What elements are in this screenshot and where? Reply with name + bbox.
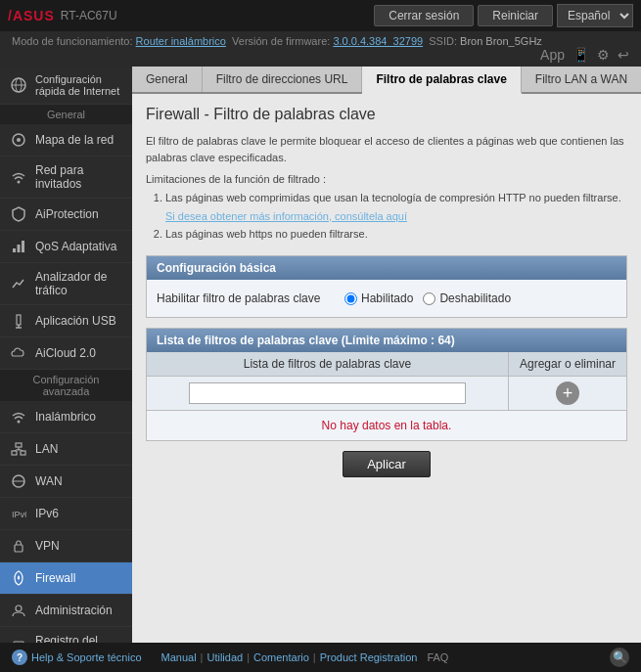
globe-icon <box>10 76 27 94</box>
sidebar-label-traffic: Analizador de tráfico <box>35 270 122 297</box>
svg-point-12 <box>18 421 21 424</box>
fw-value[interactable]: 3.0.0.4.384_32799 <box>333 35 423 47</box>
filter-list-header: Lista de filtros de palabras clave (Lími… <box>147 329 626 352</box>
mode-value[interactable]: Router inalámbrico <box>136 35 226 47</box>
tab-general[interactable]: General <box>132 67 203 92</box>
filter-keyword-input[interactable] <box>189 382 465 404</box>
help-icon: ? <box>12 650 27 665</box>
apply-button[interactable]: Aplicar <box>343 451 431 477</box>
svg-rect-24 <box>14 642 23 643</box>
sidebar-item-usb[interactable]: Aplicación USB <box>0 305 132 337</box>
footer: ? Help & Soporte técnico Manual | Utilid… <box>0 643 641 672</box>
sidebar-section-adv: Configuración avanzada <box>0 370 132 401</box>
sidebar-label-quick-internet: Configuración rápida de Internet <box>35 73 122 97</box>
map-icon <box>10 131 27 149</box>
limitation-2: Las páginas web https no pueden filtrars… <box>165 225 627 244</box>
basic-config-header: Configuración básica <box>147 256 626 280</box>
radio-enabled[interactable] <box>344 292 357 305</box>
svg-point-23 <box>16 605 22 611</box>
sidebar-label-ipv6: IPv6 <box>35 507 59 520</box>
sidebar-item-ipv6[interactable]: IPv6 IPv6 <box>0 498 132 530</box>
sidebar-item-syslog[interactable]: Registro del sistema <box>0 627 132 643</box>
add-filter-button[interactable]: + <box>556 381 579 405</box>
svg-rect-15 <box>21 451 25 455</box>
restart-button[interactable]: Reiniciar <box>478 5 553 26</box>
filter-list-cols: Lista de filtros de palabras clave Agreg… <box>147 352 626 377</box>
sidebar-label-wan: WAN <box>35 474 63 488</box>
limitations-list: Las páginas web comprimidas que usan la … <box>146 189 627 244</box>
settings-icon[interactable]: ⚙ <box>597 47 610 63</box>
usb-icon <box>10 312 27 330</box>
more-info-link[interactable]: Si desea obtener más información, consúl… <box>165 210 407 222</box>
admin-icon <box>10 602 27 619</box>
language-select[interactable]: Español <box>557 4 633 27</box>
sidebar-item-quick-internet[interactable]: Configuración rápida de Internet <box>0 67 132 105</box>
filter-input-cell <box>147 377 509 410</box>
sidebar-item-aicloud[interactable]: AiCloud 2.0 <box>0 337 132 370</box>
logo-model: RT-AC67U <box>61 9 117 22</box>
filter-enable-label: Habilitar filtro de palabras clave <box>157 291 333 305</box>
sidebar-item-vpn[interactable]: VPN <box>0 530 132 562</box>
sidebar-label-guest-network: Red para invitados <box>35 163 122 191</box>
radio-group: Habilitado Deshabilitado <box>344 291 511 305</box>
fw-label: Versión de firmware: <box>232 35 330 47</box>
sidebar-item-firewall[interactable]: Firewall <box>0 562 132 595</box>
radio-enabled-label[interactable]: Habilitado <box>344 291 413 305</box>
sidebar-label-qos: QoS Adaptativa <box>35 240 116 253</box>
svg-rect-22 <box>15 545 23 552</box>
filter-enable-row: Habilitar filtro de palabras clave Habil… <box>157 288 617 309</box>
top-bar: /ASUS RT-AC67U Cerrar sesión Reiniciar E… <box>0 0 641 31</box>
tab-url-filter[interactable]: Filtro de direcciones URL <box>203 67 363 92</box>
top-buttons: Cerrar sesión Reiniciar Español <box>374 4 633 27</box>
sidebar-label-network-map: Mapa de la red <box>35 133 114 147</box>
page-content: Firewall - Filtro de palabras clave El f… <box>132 94 641 643</box>
ssid-value: Bron Bron_5GHz <box>460 35 542 47</box>
svg-rect-13 <box>16 443 22 447</box>
wan-icon <box>10 472 27 490</box>
filter-list-section: Lista de filtros de palabras clave (Lími… <box>146 328 627 441</box>
sidebar-item-aiprotection[interactable]: AiProtection <box>0 199 132 231</box>
radio-disabled-label[interactable]: Deshabilitado <box>423 291 511 305</box>
tab-lan-wan[interactable]: Filtro LAN a WAN <box>522 67 641 92</box>
sidebar-label-syslog: Registro del sistema <box>35 634 122 643</box>
sidebar-label-firewall: Firewall <box>35 571 75 585</box>
firewall-icon <box>10 569 27 587</box>
sidebar-item-wireless[interactable]: Inalámbrico <box>0 401 132 433</box>
basic-config-body: Habilitar filtro de palabras clave Habil… <box>147 280 626 317</box>
phone-icon[interactable]: 📱 <box>572 47 589 63</box>
page-title: Firewall - Filtro de palabras clave <box>146 106 627 123</box>
info-icons: App 📱 ⚙ ↩ <box>540 47 629 63</box>
logout-icon[interactable]: ↩ <box>618 47 629 63</box>
sidebar-item-network-map[interactable]: Mapa de la red <box>0 124 132 157</box>
sidebar-item-qos[interactable]: QoS Adaptativa <box>0 231 132 263</box>
sidebar-item-guest-network[interactable]: Red para invitados <box>0 157 132 199</box>
utility-link[interactable]: Utilidad <box>206 651 243 663</box>
help-label: Help & Soporte técnico <box>31 651 142 663</box>
mode-label: Modo de funcionamiento: <box>12 35 133 47</box>
sidebar-label-aiprotection: AiProtection <box>35 207 99 221</box>
logout-button[interactable]: Cerrar sesión <box>374 5 474 26</box>
sidebar-item-traffic[interactable]: Analizador de tráfico <box>0 263 132 305</box>
sidebar-label-lan: LAN <box>35 442 58 456</box>
sidebar-label-admin: Administración <box>35 604 113 617</box>
search-button[interactable]: 🔍 <box>610 648 629 667</box>
sidebar-item-wan[interactable]: WAN <box>0 466 132 498</box>
product-link[interactable]: Product Registration <box>320 651 418 663</box>
manual-link[interactable]: Manual <box>161 651 197 663</box>
radio-disabled[interactable] <box>423 292 435 305</box>
sidebar: Configuración rápida de Internet General… <box>0 67 132 643</box>
footer-help[interactable]: ? Help & Soporte técnico <box>12 650 142 665</box>
cloud-icon <box>10 344 27 362</box>
filter-input-row: + <box>147 377 626 411</box>
comment-link[interactable]: Comentario <box>253 651 309 663</box>
svg-rect-14 <box>12 451 17 455</box>
tabs: General Filtro de direcciones URL Filtro… <box>132 67 641 94</box>
svg-rect-7 <box>18 245 21 252</box>
app-label: App <box>540 47 565 63</box>
limitation-1: Las páginas web comprimidas que usan la … <box>165 189 627 225</box>
sidebar-item-admin[interactable]: Administración <box>0 595 132 627</box>
faq-label[interactable]: FAQ <box>427 651 448 663</box>
svg-point-5 <box>18 181 21 184</box>
sidebar-item-lan[interactable]: LAN <box>0 433 132 466</box>
tab-keyword-filter[interactable]: Filtro de palabras clave <box>362 67 521 94</box>
